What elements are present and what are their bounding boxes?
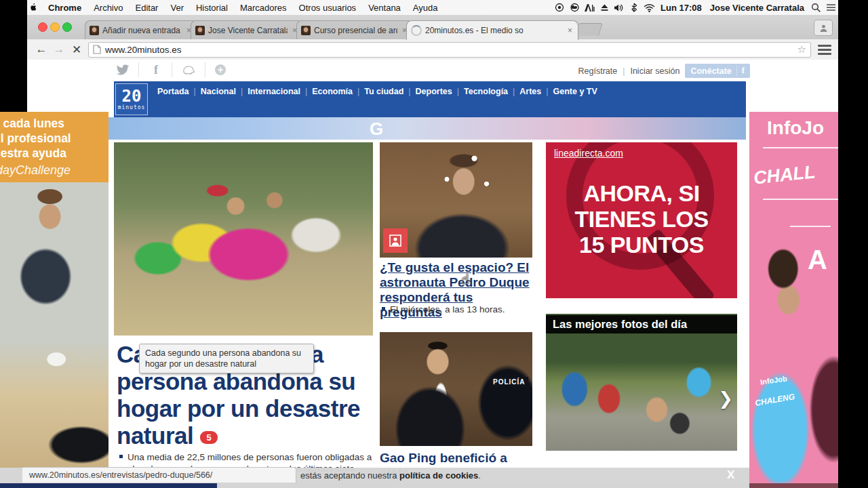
red-ad-line3: 15 PUNTOS [579,232,704,258]
stop-loading-button[interactable]: ✕ [68,43,85,57]
window-zoom-button[interactable] [62,22,72,32]
left-ad-line2: fil profesional [0,131,71,145]
menu-user-name[interactable]: Jose Vicente Carratala [706,3,808,13]
creative-cloud-icon[interactable] [567,1,582,14]
browser-toolbar: ← → ✕ www.20minutos.es ☆ [27,39,838,60]
back-button[interactable]: ← [33,43,50,56]
apple-menu-icon[interactable] [27,1,42,14]
new-tab-button[interactable] [574,23,603,36]
macos-menu-bar: Chrome Archivo Editar Ver Historial Marc… [27,0,838,16]
best-photos-title: Las mejores fotos del día [546,315,737,333]
cookie-close-button[interactable]: X [727,468,734,482]
facebook-icon[interactable]: f [149,62,172,77]
left-ad-photo [0,182,108,468]
spotlight-search-icon[interactable] [808,1,823,14]
menu-item-historial[interactable]: Historial [190,3,234,13]
twitter-icon[interactable] [115,62,139,77]
wifi-icon[interactable] [642,1,656,14]
menu-item-ver[interactable]: Ver [164,3,190,13]
chrome-menu-icon[interactable] [818,43,831,57]
elephant-icon[interactable] [182,62,205,77]
loading-spinner-icon [411,25,422,36]
menu-item-ayuda[interactable]: Ayuda [407,3,444,13]
tab-curso-presencial[interactable]: Curso presencial de arquite × [296,20,413,40]
screen-record-icon[interactable] [552,1,567,14]
nav-nacional[interactable]: Nacional [201,87,236,96]
site-header: f + Regístrate | Iniciar sesión Conéctat… [27,60,838,81]
status-bar-url: www.20minutos.es/entrevistas/pedro-duque… [22,467,296,483]
menu-item-editar[interactable]: Editar [129,3,164,13]
volume-icon[interactable] [612,1,627,14]
nav-portada[interactable]: Portada [157,87,189,96]
infojobs-left-ad[interactable]: a cada lunes fil profesional uestra ayud… [0,112,108,468]
masthead-banner-ad[interactable]: os G [27,117,746,140]
link-tooltip: Cada segundo una persona abandona su hog… [139,344,314,373]
tab-20minutos-active[interactable]: 20minutos.es - El medio so × [406,20,578,40]
main-article-photo[interactable] [114,142,373,336]
policia-vest-label: POLICÍA [490,377,528,387]
page-icon [93,45,101,54]
pink-ad-photo [749,227,838,487]
menu-clock[interactable]: Lun 17:08 [656,3,706,13]
bottom-strip-gray [217,483,749,488]
facebook-connect-button[interactable]: Conéctate f [685,64,750,78]
eject-icon[interactable] [597,1,612,14]
tab-title: Curso presencial de arquite [314,26,397,35]
address-bar[interactable]: www.20minutos.es ☆ [88,42,811,58]
nav-gente-tv[interactable]: Gente y TV [553,87,597,96]
bluetooth-icon[interactable] [627,1,642,14]
gao-ping-photo[interactable] [380,332,532,446]
register-link[interactable]: Regístrate [578,66,618,76]
menu-item-ventana[interactable]: Ventana [362,3,407,13]
20minutos-logo[interactable]: 20 minutos [115,83,148,115]
menu-item-marcadores[interactable]: Marcadores [234,3,293,13]
lineadirecta-link[interactable]: lineadirecta.com [554,148,623,159]
tab-favicon [195,26,205,35]
browser-profile-button[interactable] [814,20,833,36]
forward-button[interactable]: → [50,43,68,56]
adobe-audio-levels-icon[interactable] [582,1,597,14]
bookmark-star-icon[interactable]: ☆ [797,43,806,56]
carousel-next-icon[interactable]: ❯ [718,388,733,409]
pink-ad-script: CHALL [753,161,816,188]
red-ad-line1: AHORA, SI [583,180,699,206]
nav-artes[interactable]: Artes [519,87,541,96]
tab-anadir-nueva-entrada[interactable]: Añadir nueva entrada ‹ Jos × [85,20,197,40]
window-close-button[interactable] [38,22,47,32]
space-article-detail: El miércoles, a las 13 horas. [382,304,531,315]
menu-item-archivo[interactable]: Archivo [87,3,129,13]
chrome-tab-strip: Añadir nueva entrada ‹ Jos × Jose Vicent… [27,15,838,39]
red-ad-line2: TIENES LOS [574,206,708,232]
nav-tu-ciudad[interactable]: Tu ciudad [364,87,403,96]
nav-internacional[interactable]: Internacional [248,87,300,96]
tab-favicon [301,26,311,35]
tab-title: 20minutos.es - El medio so [425,26,563,35]
window-minimize-button[interactable] [50,22,60,32]
screen: Chrome Archivo Editar Ver Historial Marc… [0,0,868,488]
photo-gallery-badge-icon [383,228,408,253]
login-link[interactable]: Iniciar sesión [630,66,679,76]
site-nav-band: 20 minutos Portada| Nacional| Internacio… [114,81,746,117]
left-ad-line1: a cada lunes [0,117,64,130]
banner-text-fragment-g: G [370,119,383,140]
notification-center-icon[interactable] [823,1,838,14]
lineadirecta-ad[interactable]: lineadirecta.com AHORA, SI TIENES LOS 15… [546,142,737,298]
nav-economia[interactable]: Economía [312,87,353,96]
nav-tecnologia[interactable]: Tecnología [464,87,508,96]
nav-deportes[interactable]: Deportes [416,87,452,96]
menu-item-otros-usuarios[interactable]: Otros usuarios [293,3,363,13]
cookie-policy-link[interactable]: política de cookies [399,470,478,481]
bottom-strip-navy [0,483,217,488]
plus-share-icon[interactable]: + [215,64,226,75]
letterbox-patch [0,60,27,112]
tab-jose-vicente-carratala[interactable]: Jose Vicente Carratala | Ot × [191,20,303,40]
url-text[interactable]: www.20minutos.es [105,45,793,55]
tab-favicon [90,26,99,35]
tab-close-icon[interactable]: × [566,26,574,35]
menu-item-chrome[interactable]: Chrome [42,3,87,13]
comment-count-badge[interactable]: 5 [200,431,218,444]
infojobs-right-ad[interactable]: InfoJo CHALL A InfoJob CHALENG [749,112,838,487]
left-ad-hashtag: dayChallenge [0,163,71,178]
facebook-f-icon: f [736,66,745,76]
best-photos-widget[interactable]: Las mejores fotos del día ❯ [546,314,737,451]
